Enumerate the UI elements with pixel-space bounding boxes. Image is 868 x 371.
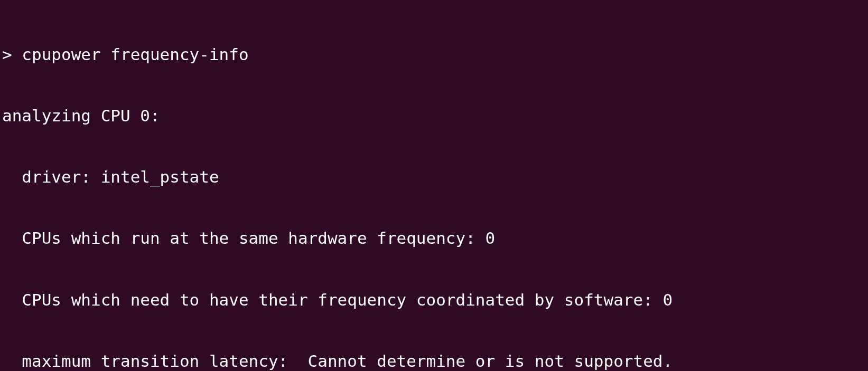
output-hw-freq-cpus: CPUs which run at the same hardware freq…: [2, 228, 866, 249]
output-analyzing: analyzing CPU 0:: [2, 106, 866, 126]
output-transition-latency: maximum transition latency: Cannot deter…: [2, 351, 866, 371]
prompt-symbol: >: [2, 45, 22, 64]
output-driver: driver: intel_pstate: [2, 167, 866, 187]
output-sw-coord-cpus: CPUs which need to have their frequency …: [2, 290, 866, 310]
command-text: cpupower frequency-info: [22, 45, 248, 64]
command-input-line: > cpupower frequency-info: [2, 44, 866, 65]
terminal-window[interactable]: > cpupower frequency-info analyzing CPU …: [0, 0, 868, 371]
